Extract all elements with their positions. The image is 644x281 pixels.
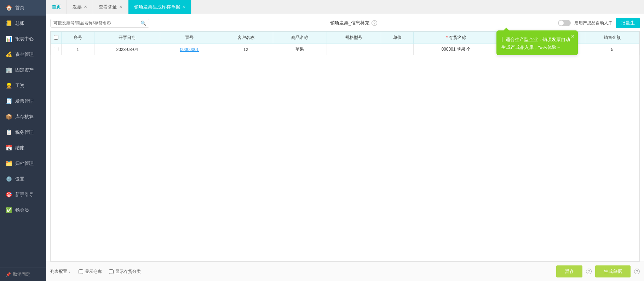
sidebar-item-label: 畅会员 (15, 207, 29, 213)
sidebar-item-payroll[interactable]: 👷 工资 (0, 78, 46, 93)
cell-amount: 5 (585, 44, 639, 55)
sidebar-item-inventory[interactable]: 📦 库存核算 (0, 109, 46, 125)
sidebar-item-label: 发票管理 (15, 98, 34, 104)
tab-voucher-label: 查看凭证 (99, 4, 117, 10)
sidebar-item-archive[interactable]: 🗂️ 归档管理 (0, 156, 46, 171)
bottom-bar: 列表配置： 显示仓库 显示存货分类 暂存 ? 生成单据 ? (46, 262, 644, 281)
home-icon: 🏠 (6, 5, 12, 11)
cell-number[interactable]: 00000001 (160, 44, 219, 55)
generate-button[interactable]: 生成单据 (595, 265, 631, 277)
main-area: 首页 发票 ✕ 查看凭证 ✕ 销项发票生成库存单据 ✕ 🔍 销项发票_信息补充 … (46, 0, 644, 281)
auto-inbound-toggle[interactable] (558, 20, 571, 26)
search-box[interactable]: 🔍 (50, 19, 149, 28)
toolbar-top: 🔍 销项发票_信息补充 ? ✕ | 适合生产型企业，销项发票自动生成产成品入库，… (50, 18, 640, 28)
sidebar: 🏠 首页 📒 总账 📊 报表中心 💰 资金管理 🏢 固定资产 👷 工资 🧾 发票… (0, 0, 46, 281)
sidebar-item-label: 固定资产 (15, 67, 34, 73)
sidebar-item-invoice[interactable]: 🧾 发票管理 (0, 93, 46, 109)
right-section: ✕ | 适合生产型企业，销项发票自动生成产成品入库，快来体验～ 启用产成品自动入… (558, 18, 640, 28)
sidebar-item-ledger[interactable]: 📒 总账 (0, 16, 46, 31)
th-model: 规格型号 (327, 32, 381, 44)
payroll-icon: 👷 (6, 82, 12, 89)
th-inventory: 存货名称 (414, 32, 499, 44)
generate-help-icon[interactable]: ? (634, 269, 640, 274)
info-label: 销项发票_信息补充 (330, 20, 369, 26)
tab-invoice-label: 发票 (73, 4, 82, 10)
sidebar-item-close[interactable]: 📅 结账 (0, 140, 46, 156)
assets-icon: 🏢 (6, 67, 12, 73)
th-date: 开票日期 (94, 32, 160, 44)
sidebar-item-label: 归档管理 (15, 160, 34, 167)
tab-voucher-close[interactable]: ✕ (119, 5, 122, 9)
info-section: 销项发票_信息补充 ? (330, 20, 377, 26)
sidebar-item-label: 报表中心 (15, 36, 34, 42)
show-category-label[interactable]: 显示存货分类 (109, 269, 141, 275)
cell-model (327, 44, 381, 55)
show-warehouse-checkbox[interactable] (79, 269, 83, 274)
sidebar-item-funds[interactable]: 💰 资金管理 (0, 47, 46, 62)
sidebar-item-label: 总账 (15, 20, 24, 27)
select-all-checkbox[interactable] (54, 35, 58, 40)
th-customer: 客户名称 (219, 32, 273, 44)
cancel-fix-button[interactable]: 📌 取消固定 (0, 268, 46, 281)
list-config-label: 列表配置： (50, 269, 71, 275)
tab-inventory-receipt-label: 销项发票生成库存单据 (134, 4, 180, 10)
bottom-actions: 暂存 ? 生成单据 ? (556, 265, 640, 277)
tab-inventory-receipt[interactable]: 销项发票生成库存单据 ✕ (128, 0, 191, 14)
th-number: 票号 (160, 32, 219, 44)
sidebar-item-assets[interactable]: 🏢 固定资产 (0, 62, 46, 78)
tooltip-close-button[interactable]: ✕ (571, 33, 575, 40)
sidebar-item-settings[interactable]: ⚙️ 设置 (0, 171, 46, 187)
guide-icon: 🎯 (6, 191, 12, 198)
sidebar-item-label: 库存核算 (15, 114, 34, 120)
tab-invoice[interactable]: 发票 ✕ (67, 0, 93, 14)
th-checkbox (51, 32, 62, 44)
settings-icon: ⚙️ (6, 176, 12, 182)
show-warehouse-label[interactable]: 显示仓库 (79, 269, 102, 275)
tax-icon: 📋 (6, 129, 12, 136)
th-seq: 序号 (62, 32, 94, 44)
search-input[interactable] (53, 21, 140, 25)
row-checkbox[interactable] (54, 47, 58, 51)
cell-product: 苹果 (273, 44, 327, 55)
cell-seq: 1 (62, 44, 94, 55)
info-help-icon[interactable]: ? (372, 20, 377, 26)
save-help-icon[interactable]: ? (586, 269, 592, 274)
cell-inventory: 000001 苹果 个 (414, 44, 499, 55)
search-icon: 🔍 (140, 21, 146, 26)
invoice-icon: 🧾 (6, 98, 12, 104)
sidebar-item-vip[interactable]: ✅ 畅会员 (0, 202, 46, 218)
data-table-wrap: 序号 开票日期 票号 客户名称 商品名称 规格型号 单位 存货名称 数量 销售单… (50, 31, 640, 262)
sidebar-item-label: 首页 (15, 5, 24, 11)
show-category-checkbox[interactable] (109, 269, 114, 274)
funds-icon: 💰 (6, 51, 12, 58)
th-unit: 单位 (381, 32, 414, 44)
sidebar-item-reports[interactable]: 📊 报表中心 (0, 31, 46, 47)
archive-icon: 🗂️ (6, 160, 12, 167)
th-amount: 销售金额 (585, 32, 639, 44)
sidebar-item-tax[interactable]: 📋 税务管理 (0, 125, 46, 140)
sidebar-item-label: 资金管理 (15, 51, 34, 58)
save-button[interactable]: 暂存 (556, 265, 582, 277)
tab-home-label: 首页 (52, 4, 61, 10)
tooltip-box: ✕ | 适合生产型企业，销项发票自动生成产成品入库，快来体验～ (496, 30, 578, 55)
inventory-icon: 📦 (6, 114, 12, 120)
tab-inventory-receipt-close[interactable]: ✕ (182, 5, 185, 9)
tooltip-text: 适合生产型企业，销项发票自动生成产成品入库，快来体验～ (501, 37, 570, 50)
sidebar-item-label: 新手引导 (15, 191, 34, 198)
tab-home[interactable]: 首页 (46, 0, 67, 14)
tab-voucher[interactable]: 查看凭证 ✕ (93, 0, 128, 14)
sidebar-item-label: 工资 (15, 82, 24, 89)
reports-icon: 📊 (6, 36, 12, 42)
sidebar-item-guide[interactable]: 🎯 新手引导 (0, 187, 46, 202)
page-content: 🔍 销项发票_信息补充 ? ✕ | 适合生产型企业，销项发票自动生成产成品入库，… (46, 14, 644, 262)
toggle-label: 启用产成品自动入库 (574, 20, 613, 26)
close-period-icon: 📅 (6, 145, 12, 151)
tooltip-container: ✕ | 适合生产型企业，销项发票自动生成产成品入库，快来体验～ (558, 20, 571, 26)
batch-button[interactable]: 批量生 (616, 18, 640, 28)
tab-invoice-close[interactable]: ✕ (84, 5, 87, 9)
cell-customer: 12 (219, 44, 273, 55)
th-product: 商品名称 (273, 32, 327, 44)
sidebar-item-home[interactable]: 🏠 首页 (0, 0, 46, 16)
cell-date: 2023-03-04 (94, 44, 160, 55)
tab-bar: 首页 发票 ✕ 查看凭证 ✕ 销项发票生成库存单据 ✕ (46, 0, 644, 14)
